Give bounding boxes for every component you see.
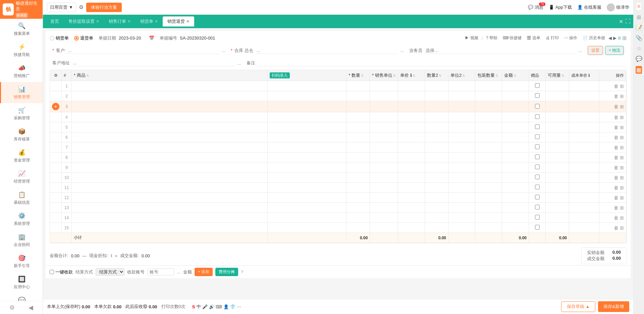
operation-btn[interactable]: ⋯ 操作 [562,34,579,42]
gift-checkbox[interactable] [535,165,540,169]
topbar-gear-icon[interactable]: ⚙ [79,4,84,10]
add-row-button[interactable]: + [52,103,59,110]
one-click-checkbox[interactable]: 一键收款 [50,269,73,275]
row-gift-cell[interactable] [529,173,546,183]
row-unit2-cell[interactable] [448,193,475,203]
copy-icon[interactable]: ⊞ [620,93,624,99]
sidebar-item-apps[interactable]: 🔲 应用中心 [0,272,43,293]
row-gift-cell[interactable] [529,183,546,193]
row-pkg-cell[interactable] [475,163,502,173]
date-input[interactable] [117,35,148,41]
row-qty2-cell[interactable] [425,193,448,203]
row-qty2-cell[interactable] [425,101,448,112]
sidebar-collapse-btn[interactable]: ◀ [29,304,33,311]
trial-button[interactable]: 体验行业方案 [86,3,122,12]
sidebar-item-marketing[interactable]: 📣 营销推广 [0,61,43,82]
row-unit2-cell[interactable] [448,163,475,173]
copy-icon[interactable]: ⊞ [620,165,624,170]
row-price-cell[interactable] [398,163,425,173]
copy-icon[interactable]: ⊞ [620,225,624,231]
shortcuts-btn[interactable]: ⌨ 快捷键 [501,34,524,42]
one-click-input[interactable] [50,270,54,274]
row-qty2-cell[interactable] [425,203,448,213]
mic-icon[interactable]: 🎤 [202,304,208,309]
row-gift-cell[interactable] [529,213,546,223]
sidebar-item-finance[interactable]: 💰 资金管理 [0,145,43,167]
sidebar-item-enterprise[interactable]: 🏢 企业协同 [0,230,43,251]
fee-split-button[interactable]: 费用分摊 [215,268,238,276]
row-unit-cell[interactable] [370,112,398,122]
row-price-cell[interactable] [398,101,425,112]
row-price-cell[interactable] [398,152,425,163]
message-button[interactable]: 💬 消息 70 [528,4,543,10]
user-menu-button[interactable]: 徐泽华 [607,3,629,11]
row-qty-cell[interactable] [346,183,370,193]
tab-sales-order-close[interactable]: ✕ [127,19,131,24]
calendar-icon[interactable]: 📅 [149,36,154,41]
copy-icon[interactable]: ⊞ [620,83,624,89]
row-gift-cell[interactable] [529,203,546,213]
tab-home[interactable]: 首页 [46,16,64,26]
save-new-button[interactable]: 保存&新增 [598,301,629,312]
settle-method-select[interactable]: 结算方式 [96,268,124,276]
row-qty2-cell[interactable] [425,163,448,173]
speak-icon[interactable]: 🔊 [209,304,214,309]
sidebar-settings-btn[interactable]: ⚙ [9,304,15,311]
gift-checkbox[interactable] [535,195,540,199]
print-btn[interactable]: 🖨 打印 [544,34,561,42]
gift-checkbox[interactable] [535,93,540,98]
row-qty-cell[interactable] [346,163,370,173]
tab-price-settings[interactable]: 售价提取设置 ✕ [64,16,104,26]
row-pkg-cell[interactable] [475,132,502,142]
help-btn[interactable]: ? 帮助 [484,34,499,42]
history-btn[interactable]: 📄 历史单据 [581,34,607,42]
gift-checkbox[interactable] [535,134,540,139]
customer-select-btn[interactable]: ... [222,48,225,53]
customer-input[interactable] [67,47,220,54]
copy-icon[interactable]: ⊞ [620,155,624,160]
row-unit2-cell[interactable] [448,112,475,122]
row-gift-cell[interactable] [529,142,546,152]
row-pkg-cell[interactable] [475,122,502,132]
industry-select[interactable]: 日用百货 ▼ [47,3,76,12]
row-price-cell[interactable] [398,142,425,152]
tab-sales-delivery-close[interactable]: ✕ [155,19,158,24]
gift-checkbox[interactable] [535,215,540,219]
row-price-cell[interactable] [398,132,425,142]
row-unit-cell[interactable] [370,81,398,91]
copy-icon[interactable]: ⊞ [620,195,624,200]
video-btn[interactable]: ▶ 视频 [463,34,480,42]
tab-sales-order[interactable]: 销售订单 ✕ [104,16,136,26]
row-unit-cell[interactable] [370,163,398,173]
right-grid-view-icon[interactable]: ⊞ [637,14,641,20]
row-goods-cell[interactable] [72,163,268,173]
close-all-tabs-button[interactable]: ✕ [619,18,623,25]
row-unit-cell[interactable] [370,122,398,132]
row-unit-cell[interactable] [370,142,398,152]
row-price-cell[interactable] [398,213,425,223]
row-unit-cell[interactable] [370,101,398,112]
tab-sales-return[interactable]: 销货退货 ✕ [163,16,194,26]
sidebar-item-inventory[interactable]: 📦 库存核算 [0,124,43,145]
row-pkg-cell[interactable] [475,213,502,223]
row-qty-cell[interactable] [346,112,370,122]
grid-view-icon[interactable]: ⊞ [622,35,627,41]
delete-icon[interactable]: 🗑 [614,155,619,160]
right-list-view-icon[interactable]: ≡ [637,3,641,10]
gift-checkbox[interactable] [535,144,540,149]
row-goods-cell[interactable] [72,122,268,132]
row-goods-cell[interactable] [72,203,268,213]
gift-checkbox[interactable] [535,154,540,159]
delete-icon[interactable]: 🗑 [614,205,619,210]
row-goods-cell[interactable] [72,183,268,193]
copy-icon[interactable]: ⊞ [620,205,624,210]
row-qty-cell[interactable] [346,122,370,132]
row-pkg-cell[interactable] [475,223,502,233]
row-unit-cell[interactable] [370,152,398,163]
delete-icon[interactable]: 🗑 [614,225,619,231]
row-gift-cell[interactable] [529,91,546,101]
online-service-button[interactable]: 👤 在线客服 [577,4,601,10]
row-unit-cell[interactable] [370,132,398,142]
row-qty-cell[interactable] [346,132,370,142]
row-gift-cell[interactable] [529,163,546,173]
